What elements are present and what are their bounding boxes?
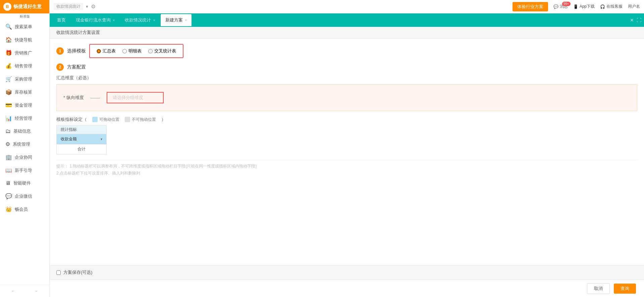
tab-receipt-stats-label: 收款情况统计 [125,17,151,23]
radio-detail-label: 明细表 [128,48,142,54]
sidebar-item-system[interactable]: ⚙ 系统管理 [0,138,49,151]
legend-draggable: 可拖动位置 [92,117,119,122]
sidebar-label-tutorial: 新手引导 [15,167,32,174]
message-item[interactable]: 💬 消息 99+ [553,4,568,9]
save-label: 方案保存(可选) [63,269,93,276]
window-maximize-icon[interactable]: ⛶ [637,17,641,23]
tab-receipt-stats-close[interactable]: × [153,18,155,22]
indicator-legend: 可拖动位置 不可拖动位置 ） [92,116,166,122]
indicator-section: 模板指标设定（ 可拖动位置 不可拖动位置 ） [56,116,637,154]
tips-section: 提示： 1.拖动标题栏可以调整布局，不可跨维度或指标区域拖动栏目字段(只能在同一… [56,160,637,181]
save-section: 方案保存(可选) [50,265,644,280]
sidebar: B 畅捷通好生意 标准版 🔍 搜索菜单 🏠 快捷导航 🎁 营销推广 💰 销售管理… [0,0,50,297]
query-button[interactable]: 查询 [614,284,636,294]
sidebar-label-hardware: 智能硬件 [13,180,31,186]
download-item[interactable]: 📱 App下载 [573,4,595,9]
stats-amount-dropdown-icon[interactable]: ▾ [101,137,102,141]
sidebar-item-hardware[interactable]: 🖥 智能硬件 [0,177,49,190]
indicator-header: 模板指标设定（ 可拖动位置 不可拖动位置 ） [56,116,637,122]
dimension-select[interactable]: 请选择分组维度 [107,92,164,103]
tip-2: 2.点击标题栏下拉可设置排序、插入列和删除列 [56,170,637,176]
radio-summary-input[interactable] [97,49,101,53]
breadcrumb-dropdown-icon[interactable]: ▾ [86,4,88,9]
sidebar-item-member[interactable]: 👑 畅会员 [0,203,49,216]
vertical-dim-label: * 纵向维度 [63,95,84,101]
main-area: 收款情况统计 ▾ ⚙ 体验行业方案 💬 消息 99+ 📱 App下载 🎧 在线客… [50,0,644,297]
username: 用户名 [628,4,640,9]
tab-receipt-stats[interactable]: 收款情况统计 × [120,14,160,26]
message-badge: 99+ [562,2,571,6]
stats-amount-label: 收款金额 [61,136,77,142]
service-icon: 🎧 [600,4,605,9]
radio-summary[interactable]: 汇总表 [97,48,116,54]
tab-new-plan[interactable]: 新建方案 × [161,14,192,26]
stats-total: 合计 [57,144,106,154]
sidebar-item-inventory[interactable]: 📦 库存核算 [0,86,49,99]
search-icon: 🔍 [5,23,12,30]
step2-section: 2 方案配置 汇总维度（必选） * 纵向维度 —— 请选择分组维度 [56,63,637,181]
sidebar-label-wechat: 企业微信 [15,193,32,199]
folder-icon: 🗂 [5,128,11,134]
legend-draggable-label: 可拖动位置 [99,117,119,122]
industry-btn[interactable]: 体验行业方案 [513,2,548,11]
sidebar-item-tutorial[interactable]: 📖 新手引导 [0,164,49,177]
legend-non-draggable: 不可拖动位置 [125,117,156,122]
sidebar-item-sales[interactable]: 💰 销售管理 [0,59,49,72]
sidebar-label-quick-nav: 快捷导航 [15,37,32,43]
sidebar-item-finance[interactable]: 💳 资金管理 [0,99,49,112]
sidebar-label-marketing: 营销推广 [15,50,32,56]
content-area: 收款情况统计方案设置 1 选择模板 汇总表 [50,27,644,280]
dimension-row: * 纵向维度 —— 请选择分组维度 [63,92,164,103]
sidebar-label-purchase: 采购管理 [15,76,32,82]
window-close-icon[interactable]: ✕ [630,17,634,23]
arrow-separator: —— [91,95,100,100]
sidebar-item-quick-nav[interactable]: 🏠 快捷导航 [0,33,49,46]
tab-bank-flow[interactable]: 现金银行流水查询 × [71,14,119,26]
sidebar-label-system: 系统管理 [13,141,30,147]
radio-summary-label: 汇总表 [103,48,116,54]
radio-cross[interactable]: 交叉统计表 [148,48,176,54]
sidebar-item-marketing[interactable]: 🎁 营销推广 [0,46,49,59]
sidebar-item-purchase[interactable]: 🛒 采购管理 [0,72,49,86]
sidebar-label-sales: 销售管理 [15,63,32,69]
cancel-button[interactable]: 取消 [587,283,610,294]
step1-section: 1 选择模板 汇总表 明细表 [56,44,637,58]
money-icon: 💰 [5,63,12,69]
tab-new-plan-label: 新建方案 [165,17,183,23]
sidebar-collapse-right[interactable]: → [25,288,47,294]
header-actions: 体验行业方案 💬 消息 99+ 📱 App下载 🎧 在线客服 用户名 [513,2,640,11]
radio-cross-input[interactable] [148,49,153,53]
dimension-placeholder: 请选择分组维度 [113,95,143,101]
tab-new-plan-close[interactable]: × [185,18,187,22]
download-icon: 📱 [573,4,578,9]
radio-detail[interactable]: 明细表 [122,48,142,54]
box-icon: 📦 [5,89,12,95]
service-item[interactable]: 🎧 在线客服 [600,4,623,9]
tab-bank-flow-label: 现金银行流水查询 [76,17,111,23]
book-icon: 📖 [5,167,12,174]
tab-home[interactable]: 首页 [52,14,70,26]
legend-non-draggable-label: 不可拖动位置 [132,117,156,122]
tab-home-label: 首页 [57,17,66,23]
gift-icon: 🎁 [5,50,12,56]
stats-amount-cell[interactable]: 收款金额 ▾ [57,134,106,144]
sidebar-collapse-left[interactable]: ← [3,288,24,294]
breadcrumb: 收款情况统计 [54,3,83,10]
sidebar-item-enterprise[interactable]: 🏢 企业协同 [0,151,49,164]
monitor-icon: 🖥 [5,180,11,186]
step2-header: 2 方案配置 [56,63,637,71]
radio-detail-input[interactable] [122,49,127,53]
crown-icon: 👑 [5,206,12,212]
save-checkbox[interactable] [56,270,61,275]
gear-icon: ⚙ [5,141,10,147]
sidebar-item-operations[interactable]: 📊 经营管理 [0,112,49,125]
indicator-title: 模板指标设定（ [56,116,87,122]
sidebar-item-search[interactable]: 🔍 搜索菜单 [0,20,49,33]
sidebar-version: 标准版 [0,13,49,20]
sidebar-item-basic-info[interactable]: 🗂 基础信息 [0,125,49,138]
tab-bank-flow-close[interactable]: × [113,18,115,22]
settings-icon[interactable]: ⚙ [91,3,96,10]
template-options: 汇总表 明细表 交叉统计表 [89,44,183,58]
chat-icon: 💬 [5,193,12,199]
sidebar-item-wechat[interactable]: 💬 企业微信 [0,190,49,203]
